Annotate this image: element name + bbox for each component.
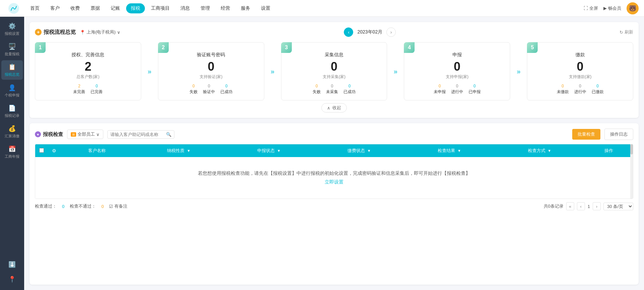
fail-value[interactable]: 0 — [101, 204, 104, 209]
stat-val-fail-3[interactable]: 0 — [316, 84, 318, 88]
sidebar-item-tax-overview[interactable]: 📋 报税总览 — [1, 60, 23, 79]
th-client-name: 客户名称 — [60, 144, 134, 157]
settlement-icon: 💰 — [8, 125, 16, 133]
check-result-filter-icon[interactable]: ▼ — [458, 149, 461, 153]
nav-business[interactable]: 工商项目 — [146, 3, 174, 13]
table-footer: 检查通过： 0 检查不通过： 0 ☑ 有备注 共0条记录 « ‹ 1 › 30 … — [35, 202, 633, 210]
stat-val-undeclared-4[interactable]: 0 — [438, 84, 441, 88]
nav-message[interactable]: 消息 — [176, 3, 195, 13]
stat-fail-2: 0 失败 — [190, 84, 198, 95]
stat-val-inprogress-4[interactable]: 0 — [456, 84, 458, 88]
op-log-button[interactable]: 操作日志 — [604, 129, 633, 140]
sidebar-label-tax-record: 报税记录 — [5, 114, 19, 118]
th-pay-status-text: 缴费状态 — [347, 148, 365, 153]
member-action[interactable]: ▶ 畅会员 — [603, 5, 621, 11]
stat-inprogress-5: 0 进行中 — [574, 84, 586, 95]
search-input[interactable] — [110, 132, 164, 137]
nav-manage[interactable]: 管理 — [196, 3, 215, 13]
card-title-4: 申报 — [452, 52, 462, 58]
sidebar-item-personal-tax[interactable]: 👤 个税申报 — [1, 81, 23, 100]
nav-service[interactable]: 服务 — [236, 3, 255, 13]
bulk-check-button[interactable]: 批量检查 — [572, 129, 600, 140]
app-logo[interactable] — [5, 0, 22, 17]
check-method-filter-icon[interactable]: ▼ — [548, 149, 551, 153]
sidebar-item-tax-record[interactable]: 📄 报税记录 — [1, 101, 23, 121]
card-subtitle-4: 支持申报(家) — [446, 74, 469, 80]
stat-val-fail-2[interactable]: 0 — [193, 84, 195, 88]
stat-val-uncollected-3[interactable]: 0 — [331, 84, 333, 88]
stat-val-verifying-2[interactable]: 0 — [208, 84, 210, 88]
location-badge[interactable]: 📍 上海(电子税局) ∨ — [80, 29, 120, 35]
stat-val-complete[interactable]: 0 — [96, 84, 98, 88]
stat-val-success-2[interactable]: 0 — [225, 84, 228, 88]
next-page-button[interactable]: › — [593, 202, 601, 210]
prev-page-button[interactable]: ‹ — [577, 202, 585, 210]
stat-label-success-3: 已成功 — [343, 89, 356, 95]
first-page-button[interactable]: « — [566, 202, 574, 210]
nav-invoice[interactable]: 票据 — [86, 3, 105, 13]
search-icon[interactable]: 🔍 — [166, 132, 171, 137]
th-client-name-text: 客户名称 — [88, 148, 106, 153]
stat-val-inprogress-5[interactable]: 0 — [579, 84, 581, 88]
nav-accounting[interactable]: 记账 — [106, 3, 125, 13]
tax-nature-filter-icon[interactable]: ▼ — [187, 149, 191, 153]
sidebar-label-tax-overview: 报税总览 — [5, 72, 19, 77]
page-size-select[interactable]: 30 条/页 50 条/页 100 条/页 — [603, 203, 633, 210]
nav-fee[interactable]: 收费 — [66, 3, 85, 13]
card-number-5: 0 — [577, 61, 584, 73]
th-declare-status-text: 申报状态 — [257, 148, 275, 153]
fullscreen-label: 全屏 — [589, 5, 598, 11]
declare-status-filter-icon[interactable]: ▼ — [277, 149, 281, 153]
stat-label-fail-2: 失败 — [190, 89, 198, 95]
setup-link[interactable]: 立即设置 — [325, 179, 343, 185]
sidebar-item-annual-report[interactable]: 📅 工商年报 — [1, 142, 23, 161]
sidebar-item-bulk-tax[interactable]: 🖥️ 批量报税 — [1, 40, 23, 59]
stat-label-success-2: 已成功 — [220, 89, 232, 95]
sidebar-item-download[interactable]: ⬇️ — [1, 258, 23, 271]
fail-label: 检查不通过： — [70, 203, 96, 209]
pass-label: 检查通过： — [35, 203, 57, 209]
select-all-checkbox[interactable] — [39, 148, 44, 153]
nav-settings[interactable]: 设置 — [256, 3, 275, 13]
content-area: + 报税流程总览 📍 上海(电子税局) ∨ ‹ 2023年02月 › ↻ 刷新 — [24, 17, 644, 290]
check-title-text: 报税检查 — [43, 131, 63, 138]
stat-success-3: 0 已成功 — [343, 84, 356, 95]
stat-label-incomplete: 未完善 — [73, 89, 85, 95]
stat-val-incomplete[interactable]: 2 — [78, 84, 80, 88]
stat-val-unpaid-5[interactable]: 0 — [561, 84, 564, 88]
stat-inprogress-4: 0 进行中 — [451, 84, 463, 95]
settings-gear-icon[interactable]: ⚙ — [52, 148, 56, 153]
refresh-label: 刷新 — [625, 29, 633, 35]
stat-val-success-3[interactable]: 0 — [348, 84, 351, 88]
arrow-1: » — [141, 68, 158, 75]
sidebar-item-tax-settings[interactable]: ⚙️ 报税设置 — [1, 19, 23, 39]
avatar[interactable]: 🐻 — [627, 2, 639, 14]
staff-filter-dropdown[interactable]: ⊞ 全部员工 ∨ — [67, 130, 103, 139]
scrollbar-track[interactable] — [630, 144, 633, 199]
sidebar-item-settlement[interactable]: 💰 汇算清缴 — [1, 122, 23, 141]
step-badge-1: 1 — [35, 42, 46, 53]
sidebar-item-location[interactable]: 📍 — [1, 273, 23, 286]
flow-card-verify: 2 验证账号密码 0 支持验证(家) 0 失败 0 验证中 — [158, 42, 264, 100]
pay-status-filter-icon[interactable]: ▼ — [367, 149, 371, 153]
overview-section: + 报税流程总览 📍 上海(电子税局) ∨ ‹ 2023年02月 › ↻ 刷新 — [30, 22, 639, 118]
stat-val-declared-4[interactable]: 0 — [473, 84, 476, 88]
location-pin-icon: 📍 — [80, 30, 85, 35]
nav-home[interactable]: 首页 — [25, 3, 44, 13]
annual-report-icon: 📅 — [8, 145, 16, 153]
th-checkbox — [35, 144, 48, 157]
nav-operation[interactable]: 经营 — [216, 3, 235, 13]
stat-val-paid-5[interactable]: 0 — [596, 84, 599, 88]
nav-client[interactable]: 客户 — [46, 3, 64, 13]
prev-month-button[interactable]: ‹ — [344, 27, 353, 37]
next-month-button[interactable]: › — [386, 27, 396, 37]
refresh-button[interactable]: ↻ 刷新 — [620, 29, 633, 35]
card-stats-1: 2 未完善 0 已完善 — [73, 84, 103, 95]
nav-tax[interactable]: 报税 — [126, 3, 145, 13]
pagination: 共0条记录 « ‹ 1 › 30 条/页 50 条/页 100 条/页 — [544, 202, 633, 210]
collapse-button[interactable]: ∧ 收起 — [321, 103, 347, 113]
pass-value[interactable]: 0 — [62, 204, 64, 209]
overview-title: + 报税流程总览 — [35, 29, 76, 36]
stat-label-complete: 已完善 — [91, 89, 103, 95]
fullscreen-action[interactable]: ⛶ 全屏 — [584, 5, 598, 11]
